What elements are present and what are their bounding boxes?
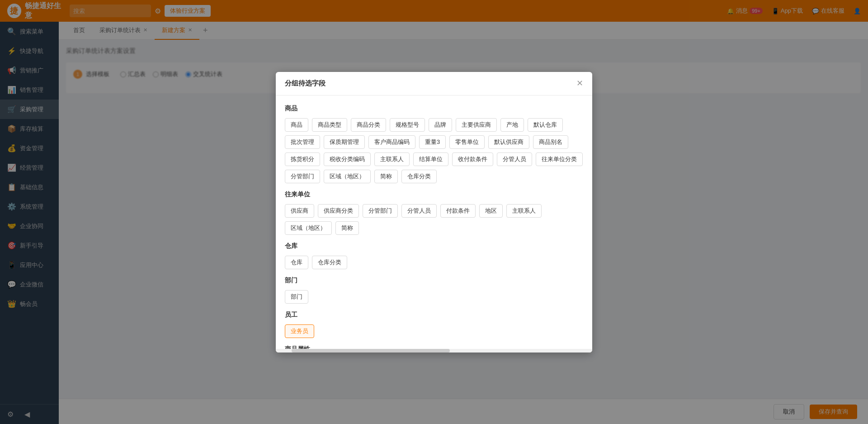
modal-horizontal-scrollbar[interactable] — [276, 349, 592, 353]
field-tag[interactable]: 区域（地区） — [324, 170, 371, 183]
section-title-department: 部门 — [285, 276, 583, 285]
modal-header: 分组待选字段 ✕ — [276, 72, 592, 95]
field-tag[interactable]: 仓库分类 — [312, 256, 347, 269]
field-tag[interactable]: 规格型号 — [390, 118, 425, 132]
field-tag[interactable]: 商品类型 — [312, 118, 347, 132]
field-tag[interactable]: 主联系人 — [506, 204, 542, 218]
field-tag[interactable]: 拣货积分 — [285, 152, 320, 166]
field-tag[interactable]: 分管部门 — [363, 204, 398, 218]
section-title-employee: 员工 — [285, 311, 583, 319]
field-tag[interactable]: 默认供应商 — [488, 135, 529, 149]
field-tag[interactable]: 客户商品编码 — [368, 135, 415, 149]
field-tag[interactable]: 供应商 — [285, 204, 314, 218]
section-title-product: 商品 — [285, 105, 583, 113]
field-tag[interactable]: 主联系人 — [374, 152, 410, 166]
counterpart-field-grid: 供应商 供应商分类 分管部门 分管人员 付款条件 地区 主联系人 区域（地区） … — [285, 204, 583, 235]
field-tag[interactable]: 简称 — [374, 170, 398, 183]
department-field-grid: 部门 — [285, 290, 583, 304]
field-tag[interactable]: 保质期管理 — [324, 135, 365, 149]
field-tag[interactable]: 分管人员 — [497, 152, 532, 166]
field-tag[interactable]: 简称 — [335, 221, 359, 235]
field-tag[interactable]: 产地 — [500, 118, 524, 132]
section-title-product-attr: 商品属性 — [285, 345, 583, 349]
field-tag[interactable]: 供应商分类 — [318, 204, 359, 218]
field-tag[interactable]: 默认仓库 — [528, 118, 563, 132]
field-tag[interactable]: 分管部门 — [285, 170, 320, 183]
modal-title: 分组待选字段 — [285, 79, 326, 88]
field-tag[interactable]: 商品别名 — [533, 135, 568, 149]
field-tag[interactable]: 部门 — [285, 290, 308, 304]
field-tag[interactable]: 批次管理 — [285, 135, 320, 149]
field-tag[interactable]: 地区 — [479, 204, 503, 218]
field-tag-salesperson[interactable]: 业务员 — [285, 324, 314, 338]
field-tag[interactable]: 税收分类编码 — [324, 152, 371, 166]
product-field-grid: 商品 商品类型 商品分类 规格型号 品牌 主要供应商 产地 默认仓库 批次管理 … — [285, 118, 583, 183]
field-tag[interactable]: 付款条件 — [440, 204, 476, 218]
field-tag[interactable]: 仓库分类 — [401, 170, 437, 183]
section-title-warehouse: 仓库 — [285, 242, 583, 250]
field-tag[interactable]: 零售单位 — [449, 135, 485, 149]
field-tag[interactable]: 区域（地区） — [285, 221, 332, 235]
field-tag[interactable]: 结算单位 — [413, 152, 448, 166]
modal-overlay[interactable]: 分组待选字段 ✕ 商品 商品 商品类型 商品分类 规格型号 品牌 主要供应商 产… — [0, 0, 868, 424]
modal-body[interactable]: 商品 商品 商品类型 商品分类 规格型号 品牌 主要供应商 产地 默认仓库 批次… — [276, 95, 592, 349]
modal-close-button[interactable]: ✕ — [576, 79, 583, 87]
employee-field-grid: 业务员 — [285, 324, 583, 338]
field-tag[interactable]: 重量3 — [419, 135, 446, 149]
field-tag[interactable]: 主要供应商 — [456, 118, 497, 132]
modal: 分组待选字段 ✕ 商品 商品 商品类型 商品分类 规格型号 品牌 主要供应商 产… — [276, 72, 592, 353]
field-tag[interactable]: 商品 — [285, 118, 308, 132]
field-tag[interactable]: 收付款条件 — [452, 152, 493, 166]
section-title-counterpart: 往来单位 — [285, 191, 583, 199]
warehouse-field-grid: 仓库 仓库分类 — [285, 256, 583, 269]
field-tag[interactable]: 往来单位分类 — [536, 152, 583, 166]
field-tag[interactable]: 商品分类 — [351, 118, 386, 132]
field-tag[interactable]: 品牌 — [429, 118, 452, 132]
modal-hscroll-thumb — [292, 349, 450, 353]
field-tag[interactable]: 分管人员 — [401, 204, 437, 218]
field-tag[interactable]: 仓库 — [285, 256, 308, 269]
